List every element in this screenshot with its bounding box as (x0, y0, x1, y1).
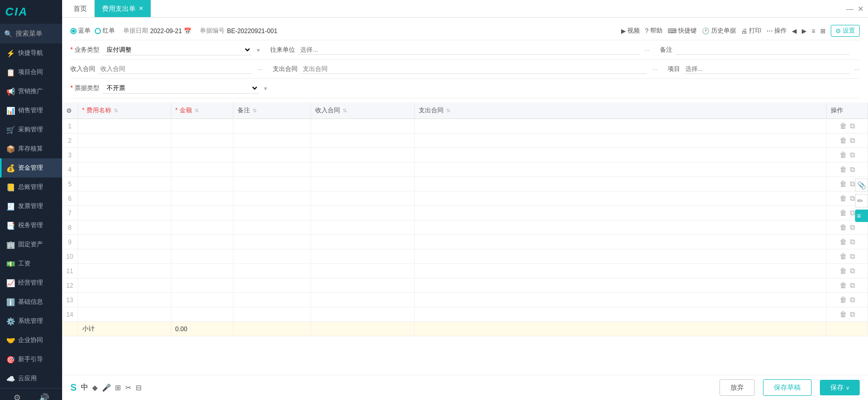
sidebar-item-ops[interactable]: 📈 经营管理 (0, 273, 62, 292)
expense-contract-cell[interactable] (414, 191, 827, 206)
edit-icon[interactable]: ✏ (855, 194, 868, 208)
income-contract-input[interactable] (98, 64, 252, 74)
expense-name-cell[interactable] (78, 177, 171, 191)
row-copy-icon[interactable]: ⧉ (850, 252, 855, 261)
row-delete-icon[interactable]: 🗑 (840, 223, 847, 232)
remark-cell[interactable] (233, 162, 311, 177)
sidebar-sound-icon[interactable]: 🔊 (39, 393, 49, 400)
income-contract-cell[interactable] (311, 249, 414, 264)
expense-name-cell[interactable] (78, 191, 171, 206)
row-copy-icon[interactable]: ⧉ (850, 194, 855, 203)
sidebar-item-corp-collab[interactable]: 🤝 企业协同 (0, 331, 62, 350)
sort-expense-contract[interactable]: ⇅ (446, 108, 450, 113)
amount-cell[interactable] (171, 177, 233, 191)
amount-cell[interactable] (171, 119, 233, 134)
remark-cell[interactable] (233, 264, 311, 278)
settings-btn[interactable]: ⚙ 设置 (831, 25, 860, 37)
income-contract-cell[interactable] (311, 278, 414, 293)
amount-cell[interactable] (171, 206, 233, 220)
footer-icon-scissors[interactable]: ✂ (125, 383, 131, 392)
amount-cell[interactable] (171, 249, 233, 264)
attachment-icon[interactable]: 📎 (855, 179, 868, 192)
red-bill-radio[interactable]: 红单 (95, 26, 115, 35)
grid-view-btn[interactable]: ⊞ (820, 27, 826, 35)
footer-icon-mic[interactable]: 🎤 (102, 383, 111, 392)
row-copy-icon[interactable]: ⧉ (850, 165, 855, 174)
next-btn[interactable]: ▶ (802, 27, 806, 35)
income-contract-cell[interactable] (311, 119, 414, 134)
amount-cell[interactable] (171, 162, 233, 177)
history-btn[interactable]: 🕐 历史单据 (702, 26, 736, 35)
sidebar-item-funds[interactable]: 💰 资金管理 (0, 158, 62, 177)
save-button[interactable]: 保存 ∨ (820, 380, 860, 395)
sidebar-item-fixed-assets[interactable]: 🏢 固定资产 (0, 235, 62, 254)
row-delete-icon[interactable]: 🗑 (840, 151, 847, 159)
row-copy-icon[interactable]: ⧉ (850, 281, 855, 290)
amount-cell[interactable] (171, 235, 233, 249)
prev-btn[interactable]: ◀ (792, 27, 797, 35)
row-delete-icon[interactable]: 🗑 (840, 165, 847, 174)
expense-contract-cell[interactable] (414, 148, 827, 162)
income-contract-cell[interactable] (311, 307, 414, 322)
sidebar-item-cloud-apps[interactable]: ☁️ 云应用 (0, 369, 62, 388)
amount-cell[interactable] (171, 264, 233, 278)
income-contract-cell[interactable] (311, 148, 414, 162)
amount-cell[interactable] (171, 134, 233, 148)
tab-home[interactable]: 首页 (66, 0, 95, 17)
shortcut-btn[interactable]: ⌨ 快捷键 (668, 26, 697, 35)
help-btn[interactable]: ? 帮助 (645, 26, 663, 35)
row-copy-icon[interactable]: ⧉ (850, 180, 855, 188)
row-delete-icon[interactable]: 🗑 (840, 281, 847, 290)
expense-name-cell[interactable] (78, 293, 171, 307)
remark-cell[interactable] (233, 148, 311, 162)
remark-cell[interactable] (233, 220, 311, 235)
blue-bill-radio[interactable]: 蓝单 (70, 26, 91, 35)
row-copy-icon[interactable]: ⧉ (850, 151, 855, 159)
expense-contract-cell[interactable] (414, 293, 827, 307)
expense-name-cell[interactable] (78, 162, 171, 177)
tab-expense[interactable]: 费用支出单 ✕ (95, 0, 151, 17)
footer-icon-s[interactable]: S (70, 382, 77, 393)
row-copy-icon[interactable]: ⧉ (850, 136, 855, 145)
expense-contract-cell[interactable] (414, 177, 827, 191)
row-delete-icon[interactable]: 🗑 (840, 209, 847, 217)
window-minimize-btn[interactable]: — (846, 5, 854, 13)
expense-name-cell[interactable] (78, 249, 171, 264)
sidebar-item-invoice[interactable]: 🧾 发票管理 (0, 197, 62, 216)
video-btn[interactable]: ▶ 视频 (621, 26, 640, 35)
sidebar-settings-icon[interactable]: ⚙ (13, 393, 21, 400)
sidebar-item-payroll[interactable]: 💵 工资 (0, 254, 62, 273)
income-contract-cell[interactable] (311, 220, 414, 235)
expense-name-cell[interactable] (78, 278, 171, 293)
amount-cell[interactable] (171, 293, 233, 307)
sidebar-search[interactable]: 🔍 搜索菜单 (0, 24, 62, 43)
sidebar-item-sales[interactable]: 📊 销售管理 (0, 101, 62, 120)
row-delete-icon[interactable]: 🗑 (840, 122, 847, 130)
expense-contract-input[interactable] (301, 64, 646, 74)
expense-contract-cell[interactable] (414, 206, 827, 220)
sort-remark[interactable]: ⇅ (253, 108, 257, 113)
expense-name-cell[interactable] (78, 148, 171, 162)
green-tab-icon[interactable]: ≡ (855, 210, 868, 222)
project-dots[interactable]: ··· (855, 66, 860, 73)
print-btn[interactable]: 🖨 打印 (741, 26, 761, 35)
row-delete-icon[interactable]: 🗑 (840, 194, 847, 203)
expense-name-cell[interactable] (78, 134, 171, 148)
sidebar-item-tax[interactable]: 📑 税务管理 (0, 216, 62, 235)
sort-amount[interactable]: ⇅ (195, 108, 199, 113)
row-copy-icon[interactable]: ⧉ (850, 310, 855, 319)
row-delete-icon[interactable]: 🗑 (840, 180, 847, 188)
sidebar-item-sys-mgmt[interactable]: ⚙️ 系统管理 (0, 312, 62, 331)
remark-cell[interactable] (233, 307, 311, 322)
expense-contract-cell[interactable] (414, 162, 827, 177)
row-delete-icon[interactable]: 🗑 (840, 295, 847, 304)
sidebar-item-purchase[interactable]: 🛒 采购管理 (0, 120, 62, 139)
expense-contract-cell[interactable] (414, 134, 827, 148)
sort-income-contract[interactable]: ⇅ (343, 108, 347, 113)
expense-contract-cell[interactable] (414, 278, 827, 293)
remark-cell[interactable] (233, 278, 311, 293)
income-contract-cell[interactable] (311, 177, 414, 191)
expense-name-cell[interactable] (78, 206, 171, 220)
expense-contract-cell[interactable] (414, 119, 827, 134)
partner-dots[interactable]: ··· (644, 47, 650, 54)
